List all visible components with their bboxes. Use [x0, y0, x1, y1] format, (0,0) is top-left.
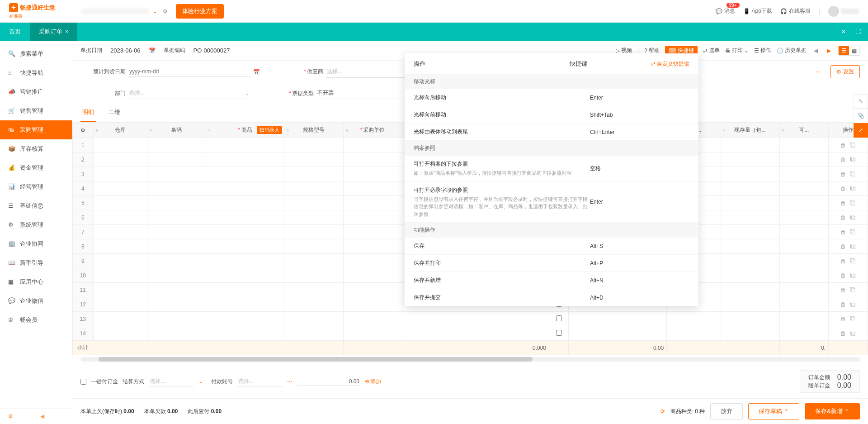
- sidebar-item-inventory[interactable]: 📦库存核算: [0, 139, 72, 158]
- tab-2d[interactable]: 二维: [107, 104, 122, 122]
- delete-row-icon[interactable]: 🗑: [840, 229, 846, 235]
- delete-row-icon[interactable]: 🗑: [840, 171, 846, 177]
- view-list-icon[interactable]: ☰: [839, 46, 849, 55]
- sidebar-item-search[interactable]: 🔍搜索菜单: [0, 44, 72, 63]
- sidebar-item-appcenter[interactable]: ▦应用中心: [0, 272, 72, 291]
- tab-purchase-order[interactable]: 采购订单 ×: [30, 23, 77, 41]
- col-stock[interactable]: ⇅现存量（包...: [721, 123, 779, 138]
- sidebar-item-member[interactable]: ♔畅会员: [0, 310, 72, 329]
- copy-row-icon[interactable]: ⿻: [850, 258, 856, 264]
- view-grid-icon[interactable]: ▦: [849, 46, 859, 55]
- gear-icon[interactable]: ⚙: [163, 8, 168, 14]
- col-product[interactable]: ⇅*商品扫码录入: [206, 123, 284, 138]
- sidebar-item-finance[interactable]: 💰资金管理: [0, 158, 72, 177]
- onekey-deposit-checkbox[interactable]: [80, 379, 86, 385]
- row-checkbox[interactable]: [556, 315, 562, 321]
- horizontal-scrollbar[interactable]: [80, 357, 860, 362]
- sidebar-item-baseinfo[interactable]: ☰基础信息: [0, 196, 72, 215]
- copy-row-icon[interactable]: ⿻: [850, 229, 856, 235]
- delete-row-icon[interactable]: 🗑: [840, 272, 846, 279]
- copy-row-icon[interactable]: ⿻: [850, 171, 856, 177]
- delete-row-icon[interactable]: 🗑: [840, 316, 846, 322]
- sidebar-item-guide[interactable]: 📖新手引导: [0, 253, 72, 272]
- dept-select[interactable]: 选择...⌄: [128, 87, 250, 99]
- sidebar-collapse-icon[interactable]: ◀: [40, 413, 44, 419]
- delete-row-icon[interactable]: 🗑: [840, 287, 846, 293]
- copy-row-icon[interactable]: ⿻: [850, 330, 856, 337]
- download-button[interactable]: 📱 App下载: [743, 7, 772, 15]
- save-draft-button[interactable]: 保存草稿⌃: [748, 403, 799, 419]
- copy-row-icon[interactable]: ⿻: [850, 287, 856, 293]
- org-selector[interactable]: ⌄: [81, 8, 157, 14]
- delete-row-icon[interactable]: 🗑: [840, 200, 846, 206]
- col-unit[interactable]: ⇅*采购单位: [343, 123, 402, 138]
- sidebar-item-quicknav[interactable]: ⌂快捷导航: [0, 63, 72, 82]
- scan-badge[interactable]: 扫码录入: [257, 126, 282, 134]
- copy-row-icon[interactable]: ⿻: [850, 272, 856, 279]
- sidebar-item-marketing[interactable]: 📣营销推广: [0, 82, 72, 101]
- tab-close-all-icon[interactable]: ✕: [838, 26, 849, 37]
- col-barcode[interactable]: ⇅条码: [147, 123, 206, 138]
- ops-button[interactable]: ☰ 操作: [754, 47, 771, 54]
- col-gear[interactable]: ⚙: [73, 123, 94, 138]
- select-order-button[interactable]: ⇄ 选单: [703, 47, 720, 54]
- custom-shortcut-button[interactable]: ⇄自定义快捷键: [651, 60, 689, 68]
- sidebar-item-system[interactable]: ⚙系统管理: [0, 215, 72, 234]
- arrive-date-input[interactable]: [128, 67, 250, 77]
- side-tool-expand-icon[interactable]: ⤢: [854, 123, 868, 138]
- side-tool-note-icon[interactable]: ✎: [854, 94, 868, 109]
- print-button[interactable]: 🖶 打印 ⌄: [725, 47, 749, 54]
- trial-button[interactable]: 体验行业方案: [176, 4, 224, 19]
- col-avail[interactable]: ⇅可...: [779, 123, 828, 138]
- copy-row-icon[interactable]: ⿻: [850, 142, 856, 148]
- settle-select[interactable]: 选择...: [149, 376, 194, 386]
- copy-row-icon[interactable]: ⿻: [850, 214, 856, 221]
- delete-row-icon[interactable]: 🗑: [840, 142, 846, 148]
- calendar-icon[interactable]: 📅: [149, 48, 156, 54]
- sidebar-item-collab[interactable]: 🏢企业协同: [0, 234, 72, 253]
- discard-button[interactable]: 放弃: [710, 403, 743, 419]
- refresh-icon[interactable]: ⟳: [660, 408, 665, 414]
- prev-doc-icon[interactable]: ◀: [812, 48, 820, 54]
- history-button[interactable]: 🕓 历史单据: [777, 47, 807, 54]
- settings-button[interactable]: ⚙ 设置: [830, 65, 860, 78]
- add-payment-button[interactable]: ⊕添加: [365, 378, 381, 386]
- delete-row-icon[interactable]: 🗑: [840, 301, 846, 308]
- messages-button[interactable]: 💬 消息 99+: [716, 7, 735, 15]
- delete-row-icon[interactable]: 🗑: [840, 186, 846, 192]
- table-row[interactable]: 14🗑⿻: [73, 326, 868, 341]
- delete-row-icon[interactable]: 🗑: [840, 330, 846, 337]
- more-icon[interactable]: ⋯: [815, 69, 821, 75]
- tab-detail[interactable]: 明细: [80, 104, 96, 122]
- sidebar-item-purchase[interactable]: 🛍采购管理: [0, 120, 72, 139]
- side-tool-attach-icon[interactable]: 📎: [854, 109, 868, 123]
- user-menu[interactable]: [828, 6, 859, 17]
- delete-row-icon[interactable]: 🗑: [840, 214, 846, 221]
- copy-row-icon[interactable]: ⿻: [850, 243, 856, 250]
- next-doc-icon[interactable]: ▶: [825, 48, 833, 54]
- copy-row-icon[interactable]: ⿻: [850, 200, 856, 206]
- copy-row-icon[interactable]: ⿻: [850, 316, 856, 322]
- delete-row-icon[interactable]: 🗑: [840, 243, 846, 250]
- account-select[interactable]: 选择...: [237, 376, 283, 386]
- copy-row-icon[interactable]: ⿻: [850, 186, 856, 192]
- more-icon[interactable]: ⋯: [287, 378, 292, 385]
- sidebar-item-sales[interactable]: 🛒销售管理: [0, 101, 72, 120]
- fullscreen-icon[interactable]: ⛶: [853, 26, 863, 37]
- sidebar-settings-icon[interactable]: ⚙: [8, 413, 13, 419]
- col-warehouse[interactable]: ⇅仓库: [93, 123, 147, 138]
- close-icon[interactable]: ×: [65, 29, 68, 35]
- col-spec[interactable]: ⇅规格型号: [284, 123, 343, 138]
- sidebar-item-wechat[interactable]: 💬企业微信: [0, 291, 72, 310]
- save-new-button[interactable]: 保存&新增⌃: [805, 403, 860, 419]
- row-checkbox[interactable]: [556, 330, 562, 336]
- delete-row-icon[interactable]: 🗑: [840, 258, 846, 264]
- delete-row-icon[interactable]: 🗑: [840, 157, 846, 163]
- calendar-icon[interactable]: 📅: [253, 69, 260, 75]
- table-row[interactable]: 13🗑⿻: [73, 312, 868, 326]
- copy-row-icon[interactable]: ⿻: [850, 157, 856, 163]
- date-value[interactable]: 2023-06-06: [110, 47, 141, 54]
- service-button[interactable]: 🎧 在线客服: [780, 7, 811, 15]
- payment-amount[interactable]: 0.00: [297, 377, 360, 386]
- sidebar-item-operation[interactable]: 📊经营管理: [0, 177, 72, 196]
